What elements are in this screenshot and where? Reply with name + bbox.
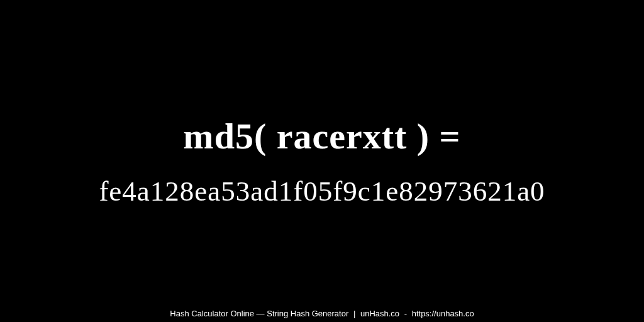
footer-url: https://unhash.co — [412, 309, 474, 318]
footer-separator: | — [353, 309, 355, 318]
footer: Hash Calculator Online — String Hash Gen… — [0, 309, 644, 318]
footer-description: Hash Calculator Online — String Hash Gen… — [170, 309, 348, 318]
main-content: md5( racerxtt ) = fe4a128ea53ad1f05f9c1e… — [99, 0, 545, 322]
hash-result: fe4a128ea53ad1f05f9c1e82973621a0 — [99, 175, 545, 208]
footer-separator: - — [404, 309, 407, 318]
footer-site-name: unHash.co — [360, 309, 399, 318]
hash-expression: md5( racerxtt ) = — [183, 115, 460, 157]
